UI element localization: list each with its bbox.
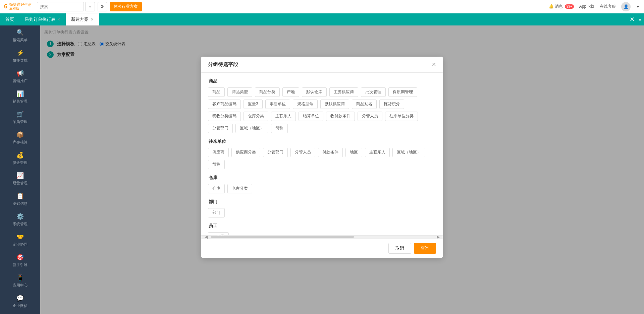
tag-税收分类编码[interactable]: 税收分类编码 xyxy=(208,112,241,121)
tag-分管部门[interactable]: 分管部门 xyxy=(263,148,288,157)
tag-付款条件[interactable]: 付款条件 xyxy=(318,148,343,157)
topbar: 首页 采购订单执行表 ✕ 新建方案 ✕ ✕ ≡ xyxy=(0,13,644,25)
section-partner: 往来单位供应商供应商分类分管部门分管人员付款条件地区主联系人区域（地区）简称 xyxy=(208,138,436,169)
sidebar-item-corp[interactable]: 🤝 企业协同 xyxy=(0,230,40,250)
section-title-warehouse: 仓库 xyxy=(208,175,436,181)
header: 6 畅捷通好生意标准版 ▼ ⚙ 体验行业方案 🔔 消息 99+ App下载 在线… xyxy=(0,0,644,13)
sidebar-item-basic[interactable]: 📋 基础信息 xyxy=(0,189,40,209)
user-settings-icon[interactable]: ▼ xyxy=(636,4,640,9)
tag-group-goods: 商品商品类型商品分类产地默认仓库主要供应商批次管理保质期管理客户商品编码重量3零… xyxy=(208,87,436,133)
sidebar-item-label-wechat: 企业微信 xyxy=(13,303,28,308)
close-all-tabs-icon[interactable]: ✕ xyxy=(630,16,635,23)
tag-收付款条件[interactable]: 收付款条件 xyxy=(326,112,355,121)
operation-icon: 📈 xyxy=(16,172,24,179)
scroll-thumb[interactable] xyxy=(211,236,354,238)
gear-icon[interactable]: ⚙ xyxy=(98,2,107,11)
header-search-area: ▼ xyxy=(37,2,95,11)
sidebar-item-label-operation: 经营管理 xyxy=(13,181,28,186)
sidebar-item-member[interactable]: ⭐ 畅会员 xyxy=(0,312,40,314)
tag-重量3[interactable]: 重量3 xyxy=(244,100,263,109)
notification-badge: 99+ xyxy=(565,4,574,9)
sidebar-item-purchase[interactable]: 🛒 采购管理 xyxy=(0,107,40,128)
tag-业务员[interactable]: 业务员 xyxy=(208,232,229,235)
tag-结算单位[interactable]: 结算单位 xyxy=(299,112,323,121)
tag-部门[interactable]: 部门 xyxy=(208,208,225,217)
tag-简称[interactable]: 简称 xyxy=(208,160,225,169)
modal-header: 分组待选字段 ✕ xyxy=(201,57,443,73)
tag-主联系人[interactable]: 主联系人 xyxy=(365,148,390,157)
tag-商品分类[interactable]: 商品分类 xyxy=(255,87,280,97)
sidebar-item-system[interactable]: ⚙️ 系统管理 xyxy=(0,209,40,230)
tag-拣货积分[interactable]: 拣货积分 xyxy=(379,100,404,109)
tab-home[interactable]: 首页 xyxy=(0,13,19,25)
section-title-partner: 往来单位 xyxy=(208,138,436,144)
tag-分管人员[interactable]: 分管人员 xyxy=(290,148,315,157)
tag-保质期管理[interactable]: 保质期管理 xyxy=(388,87,417,97)
tag-商品别名[interactable]: 商品别名 xyxy=(352,100,377,109)
sidebar-item-inventory[interactable]: 📦 库存核算 xyxy=(0,128,40,148)
tag-商品类型[interactable]: 商品类型 xyxy=(227,87,252,97)
modal-close-icon[interactable]: ✕ xyxy=(432,61,436,68)
tab-new-scheme-close[interactable]: ✕ xyxy=(91,17,94,22)
sidebar-item-guide[interactable]: 🎯 新手引导 xyxy=(0,250,40,271)
sidebar-item-label-quick-nav: 快捷导航 xyxy=(13,58,28,63)
avatar[interactable]: 👤 xyxy=(621,2,631,11)
section-warehouse: 仓库仓库仓库分类 xyxy=(208,175,436,193)
tag-仓库分类[interactable]: 仓库分类 xyxy=(244,112,268,121)
sidebar-item-wechat[interactable]: 💬 企业微信 xyxy=(0,291,40,312)
modal-body: 商品商品商品类型商品分类产地默认仓库主要供应商批次管理保质期管理客户商品编码重量… xyxy=(201,73,443,235)
experience-btn[interactable]: 体验行业方案 xyxy=(110,2,142,11)
section-employee: 员工业务员 xyxy=(208,223,436,235)
tag-客户商品编码[interactable]: 客户商品编码 xyxy=(208,100,241,109)
sidebar-item-operation[interactable]: 📈 经营管理 xyxy=(0,169,40,189)
sidebar-item-label-finance: 资金管理 xyxy=(13,160,28,165)
tag-区域（地区）[interactable]: 区域（地区） xyxy=(235,124,268,133)
tag-分管人员[interactable]: 分管人员 xyxy=(358,112,382,121)
tag-供应商分类[interactable]: 供应商分类 xyxy=(231,148,260,157)
sidebar-item-apps[interactable]: 📱 应用中心 xyxy=(0,271,40,291)
confirm-button[interactable]: 查询 xyxy=(414,243,436,254)
tag-供应商[interactable]: 供应商 xyxy=(208,148,229,157)
tag-地区[interactable]: 地区 xyxy=(345,148,362,157)
sidebar-item-search-menu[interactable]: 🔍 搜索菜单 xyxy=(0,25,40,46)
purchase-icon: 🛒 xyxy=(16,111,24,118)
sidebar-item-quick-nav[interactable]: ⚡ 快捷导航 xyxy=(0,46,40,66)
cancel-button[interactable]: 取消 xyxy=(388,243,411,254)
tag-零售单位[interactable]: 零售单位 xyxy=(265,100,290,109)
tag-往来单位分类[interactable]: 往来单位分类 xyxy=(385,112,418,121)
tab-purchase-list[interactable]: 采购订单执行表 ✕ xyxy=(19,13,66,25)
system-icon: ⚙️ xyxy=(16,213,24,220)
sidebar-item-label-sales: 销售管理 xyxy=(13,99,28,104)
tag-仓库分类[interactable]: 仓库分类 xyxy=(227,184,252,193)
sidebar-item-sales[interactable]: 📊 销售管理 xyxy=(0,87,40,107)
section-title-department: 部门 xyxy=(208,199,436,205)
tag-主要供应商[interactable]: 主要供应商 xyxy=(329,87,358,97)
sidebar-item-marketing[interactable]: 📢 营销推广 xyxy=(0,66,40,87)
quick-nav-icon: ⚡ xyxy=(16,49,24,57)
header-dropdown[interactable]: ▼ xyxy=(85,2,95,11)
tag-group-department: 部门 xyxy=(208,208,436,217)
notification-area[interactable]: 🔔 消息 99+ xyxy=(549,4,574,9)
app-download-link[interactable]: App下载 xyxy=(579,4,594,9)
sidebar-item-finance[interactable]: 💰 资金管理 xyxy=(0,148,40,169)
header-search-input[interactable] xyxy=(37,2,84,11)
tab-purchase-list-close[interactable]: ✕ xyxy=(57,17,60,22)
tag-简称[interactable]: 简称 xyxy=(271,124,288,133)
tag-产地[interactable]: 产地 xyxy=(282,87,299,97)
tag-分管部门[interactable]: 分管部门 xyxy=(208,124,233,133)
section-title-goods: 商品 xyxy=(208,78,436,84)
tag-区域（地区）[interactable]: 区域（地区） xyxy=(392,148,425,157)
modal-horizontal-scrollbar[interactable]: ◀ ▶ xyxy=(201,235,443,239)
sidebar-item-label-apps: 应用中心 xyxy=(13,283,28,288)
tag-默认供应商[interactable]: 默认供应商 xyxy=(320,100,349,109)
tag-商品[interactable]: 商品 xyxy=(208,87,225,97)
tab-new-scheme[interactable]: 新建方案 ✕ xyxy=(66,13,99,25)
field-select-modal: 分组待选字段 ✕ 商品商品商品类型商品分类产地默认仓库主要供应商批次管理保质期管… xyxy=(201,57,443,258)
topbar-menu-icon[interactable]: ≡ xyxy=(639,17,641,22)
tag-批次管理[interactable]: 批次管理 xyxy=(361,87,386,97)
tag-默认仓库[interactable]: 默认仓库 xyxy=(302,87,327,97)
tag-主联系人[interactable]: 主联系人 xyxy=(271,112,296,121)
online-service-link[interactable]: 在线客服 xyxy=(600,4,616,9)
tag-仓库[interactable]: 仓库 xyxy=(208,184,225,193)
tag-规格型号[interactable]: 规格型号 xyxy=(293,100,318,109)
